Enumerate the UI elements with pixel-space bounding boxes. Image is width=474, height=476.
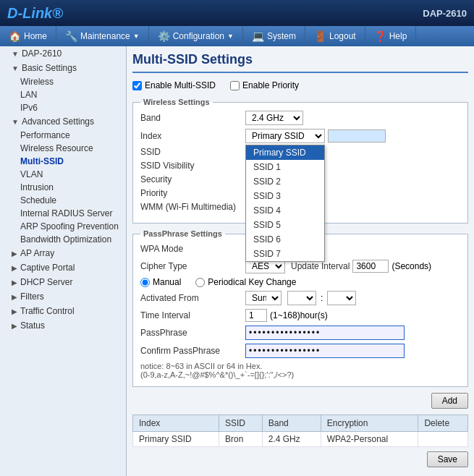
sidebar-item-arp[interactable]: ARP Spoofing Prevention: [0, 220, 126, 233]
day-select[interactable]: Sun: [245, 291, 282, 305]
confirm-passphrase-input[interactable]: [245, 344, 405, 358]
sidebar-vlan-label: VLAN: [20, 169, 43, 179]
nav-help-label: Help: [389, 31, 407, 41]
status-tree-icon: ▶: [12, 322, 17, 330]
sidebar-item-captive-portal[interactable]: ▶ Captive Portal: [0, 260, 126, 275]
model-name: DAP-2610: [423, 8, 467, 19]
nav-logout[interactable]: 🚪 Logout: [305, 26, 365, 46]
sidebar: ▼ DAP-2610 ▼ Basic Settings Wireless LAN…: [0, 46, 127, 476]
save-button[interactable]: Save: [427, 451, 468, 467]
sidebar-item-schedule[interactable]: Schedule: [0, 194, 126, 207]
nav-bar: 🏠 Home 🔧 Maintenance ▼ ⚙️ Configuration …: [0, 26, 474, 46]
wmm-label: WMM (Wi-Fi Multimedia): [140, 202, 245, 212]
enable-multi-ssid-checkbox[interactable]: [132, 81, 142, 90]
sidebar-item-basic-settings[interactable]: ▼ Basic Settings: [0, 61, 126, 75]
periodical-key-label[interactable]: Periodical Key Change: [195, 277, 296, 287]
dropdown-item-primary[interactable]: Primary SSID: [246, 145, 324, 160]
row-index: Primary SSID: [133, 432, 219, 447]
enable-priority-label[interactable]: Enable Priority: [230, 80, 299, 90]
sidebar-item-vlan[interactable]: VLAN: [0, 168, 126, 181]
sidebar-item-wireless-resource[interactable]: Wireless Resource: [0, 142, 126, 155]
sidebar-item-ap-array[interactable]: ▶ AP Array: [0, 246, 126, 260]
passphrase-input[interactable]: [245, 326, 405, 340]
sidebar-item-performance[interactable]: Performance: [0, 129, 126, 142]
system-icon: 💻: [252, 30, 264, 42]
sidebar-item-status[interactable]: ▶ Status: [0, 318, 126, 333]
captive-tree-icon: ▶: [12, 264, 17, 272]
sidebar-radius-label: Internal RADIUS Server: [20, 208, 112, 218]
manual-label[interactable]: Manual: [140, 277, 181, 287]
manual-radio[interactable]: [140, 278, 150, 287]
sidebar-item-ipv6[interactable]: IPv6: [0, 101, 126, 114]
sidebar-item-lan[interactable]: LAN: [0, 88, 126, 101]
band-select[interactable]: 2.4 GHz 5 GHz: [245, 111, 303, 125]
dropdown-item-ssid4[interactable]: SSID 4: [246, 203, 324, 218]
advanced-tree-icon: ▼: [12, 118, 19, 126]
time-interval-input[interactable]: 1: [245, 309, 267, 322]
col-delete: Delete: [418, 415, 468, 432]
nav-maintenance[interactable]: 🔧 Maintenance ▼: [56, 26, 149, 46]
cipher-type-label: Cipher Type: [140, 261, 245, 271]
sidebar-ap-label: AP Array: [20, 248, 54, 258]
security-label: Security: [140, 174, 245, 184]
dropdown-item-ssid1[interactable]: SSID 1: [246, 160, 324, 174]
sidebar-wireless-resource-label: Wireless Resource: [20, 143, 93, 153]
nav-configuration[interactable]: ⚙️ Configuration ▼: [149, 26, 243, 46]
dropdown-item-ssid6[interactable]: SSID 6: [246, 232, 324, 247]
sidebar-item-intrusion[interactable]: Intrusion: [0, 181, 126, 194]
update-interval-input[interactable]: 3600: [352, 260, 389, 273]
page-title: Multi-SSID Settings: [132, 52, 468, 73]
add-button[interactable]: Add: [431, 393, 468, 409]
dropdown-item-ssid5[interactable]: SSID 5: [246, 218, 324, 232]
nav-system[interactable]: 💻 System: [243, 26, 305, 46]
activated-from-label: Activated From: [140, 293, 245, 303]
basic-tree-icon: ▼: [12, 64, 19, 72]
manual-text: Manual: [153, 277, 181, 287]
key-change-row: Manual Periodical Key Change: [140, 277, 460, 287]
index-select[interactable]: Primary SSID: [245, 129, 325, 143]
ap-tree-icon: ▶: [12, 250, 17, 258]
sidebar-item-dhcp-server[interactable]: ▶ DHCP Server: [0, 275, 126, 289]
sidebar-item-radius[interactable]: Internal RADIUS Server: [0, 207, 126, 220]
time-interval-unit: (1~168)hour(s): [270, 310, 328, 320]
sidebar-item-wireless[interactable]: Wireless: [0, 75, 126, 88]
enable-priority-text: Enable Priority: [242, 80, 299, 90]
nav-home[interactable]: 🏠 Home: [0, 26, 56, 46]
update-interval-label: Update Interval: [291, 261, 350, 271]
sidebar-item-advanced-settings[interactable]: ▼ Advanced Settings: [0, 114, 126, 129]
sidebar-item-filters[interactable]: ▶ Filters: [0, 289, 126, 304]
index-row: Index Primary SSID Primary SSID SSID 1 S…: [140, 129, 460, 143]
notice-line1: notice: 8~63 in ASCII or 64 in Hex.: [140, 362, 460, 370]
sidebar-item-traffic-control[interactable]: ▶ Traffic Control: [0, 304, 126, 318]
logout-icon: 🚪: [314, 30, 326, 42]
ssid-value-input[interactable]: [328, 129, 386, 143]
dropdown-item-ssid7[interactable]: SSID 7: [246, 247, 324, 261]
sidebar-item-multi-ssid[interactable]: Multi-SSID: [0, 155, 126, 168]
periodical-radio[interactable]: [195, 278, 205, 287]
time-interval-label: Time Interval: [140, 310, 245, 320]
minute-select[interactable]: [327, 291, 356, 305]
sidebar-lan-label: LAN: [20, 90, 37, 100]
priority-label: Priority: [140, 188, 245, 198]
row-delete: [418, 432, 468, 447]
dropdown-item-ssid3[interactable]: SSID 3: [246, 189, 324, 203]
row-ssid: Bron: [219, 432, 263, 447]
nav-logout-label: Logout: [329, 31, 356, 41]
confirm-passphrase-label: Confirm PassPhrase: [140, 346, 245, 356]
maintenance-arrow: ▼: [133, 33, 140, 40]
hour-select[interactable]: [287, 291, 316, 305]
logo-text: D-Link: [7, 5, 52, 21]
home-icon: 🏠: [9, 30, 21, 42]
ssid-table-body: Primary SSID Bron 2.4 GHz WPA2-Personal: [133, 432, 468, 447]
dropdown-item-ssid2[interactable]: SSID 2: [246, 174, 324, 189]
help-icon: ❓: [374, 30, 386, 42]
index-dropdown-menu[interactable]: Primary SSID SSID 1 SSID 2 SSID 3 SSID 4…: [245, 145, 325, 262]
enable-priority-checkbox[interactable]: [230, 81, 240, 90]
sidebar-item-bandwidth[interactable]: Bandwidth Optimization: [0, 233, 126, 246]
band-row: Band 2.4 GHz 5 GHz: [140, 111, 460, 125]
sidebar-item-dap2610[interactable]: ▼ DAP-2610: [0, 46, 126, 61]
nav-help[interactable]: ❓ Help: [365, 26, 417, 46]
enable-multi-ssid-label[interactable]: Enable Multi-SSID: [132, 80, 216, 90]
nav-home-label: Home: [24, 31, 47, 41]
time-interval-row: Time Interval 1 (1~168)hour(s): [140, 309, 460, 322]
